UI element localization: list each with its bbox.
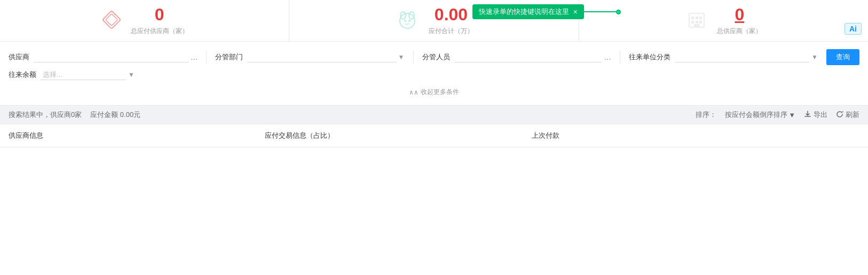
department-input[interactable]: [247, 52, 396, 62]
tooltip-text: 快速录单的快捷键说明在这里: [479, 7, 569, 17]
export-button[interactable]: 导出: [804, 110, 827, 120]
tooltip-wrapper: 快速录单的快捷键说明在这里 ×: [472, 4, 621, 19]
filter-bar: 供应商 ... 分管部门 ▼ 分管人员 ... 往来单位分类 ▼ 查询: [0, 42, 868, 106]
tooltip-close-btn[interactable]: ×: [573, 7, 578, 16]
stat-total-suppliers: 快速录单的快捷键说明在这里 × 0: [579, 0, 868, 41]
sort-select[interactable]: 按应付会额倒序排序 ▼: [725, 110, 795, 120]
sort-chevron: ▼: [788, 111, 795, 119]
svg-rect-12: [696, 21, 698, 23]
export-label: 导出: [814, 110, 827, 120]
amount-label: 应付金额 0.00元: [90, 110, 140, 120]
table-body: [0, 147, 868, 275]
svg-point-2: [400, 13, 415, 28]
svg-rect-10: [699, 17, 702, 19]
tooltip-connector: [584, 11, 616, 12]
balance-input[interactable]: [41, 69, 126, 80]
filter-row-1: 供应商 ... 分管部门 ▼ 分管人员 ... 往来单位分类 ▼ 查询: [9, 49, 859, 65]
svg-rect-8: [691, 17, 694, 19]
svg-rect-11: [691, 21, 694, 23]
refresh-label: 刷新: [846, 110, 859, 120]
results-actions: 排序： 按应付会额倒序排序 ▼ 导出 刷新: [696, 110, 859, 120]
person-label: 分管人员: [422, 52, 450, 62]
supplier-dots[interactable]: ...: [191, 52, 198, 62]
diamond-icon: [101, 9, 122, 32]
tooltip-popup: 快速录单的快捷键说明在这里 ×: [472, 4, 584, 19]
total-suppliers-number: 0: [735, 5, 744, 24]
divider-3: [620, 51, 620, 64]
person-dots[interactable]: ...: [604, 52, 611, 62]
collapse-bar: ∧∧ 收起更多条件: [9, 84, 859, 102]
stats-bar: 0 总应付供应商（家） 0.00 应付合计（万）: [0, 0, 868, 42]
department-chevron: ▼: [398, 53, 405, 61]
sort-option: 按应付会额倒序排序: [725, 110, 787, 120]
department-label: 分管部门: [215, 52, 243, 62]
total-suppliers-label: 总供应商（家）: [717, 27, 762, 36]
col-header-transaction: 应付交易信息（占比）: [265, 131, 532, 140]
filter-row-2: 往来余额 ▼: [9, 69, 859, 80]
svg-rect-0: [102, 11, 121, 29]
col-header-supplier: 供应商信息: [9, 131, 265, 140]
balance-label: 往来余额: [9, 70, 36, 80]
svg-rect-9: [696, 17, 698, 19]
collapse-label: 收起更多条件: [421, 88, 459, 97]
divider-1: [206, 51, 207, 64]
person-input[interactable]: [454, 52, 602, 62]
refresh-icon: [836, 111, 843, 120]
search-result-label: 搜索结果中，供应商0家: [9, 110, 82, 120]
ai-badge[interactable]: Ai: [845, 23, 862, 35]
collapse-up-icon: ∧∧: [409, 89, 419, 96]
svg-point-3: [400, 12, 406, 19]
col-header-payment: 上次付款: [532, 131, 859, 140]
building-icon: [685, 8, 708, 33]
unit-class-input[interactable]: [675, 52, 809, 62]
supplier-label: 供应商: [9, 52, 29, 62]
svg-point-5: [404, 20, 406, 22]
filter-balance: 往来余额 ▼: [9, 69, 158, 80]
results-info: 搜索结果中，供应商0家 应付金额 0.00元: [9, 110, 140, 120]
payable-total-number: 0.00: [435, 5, 468, 24]
cat-icon: [394, 7, 420, 34]
refresh-button[interactable]: 刷新: [836, 110, 859, 120]
stat-total-payable-suppliers: 0 总应付供应商（家）: [0, 0, 289, 41]
sort-prefix: 排序：: [696, 110, 716, 120]
payable-total-label: 应付合计（万）: [429, 27, 474, 36]
balance-chevron: ▼: [128, 71, 135, 78]
query-button[interactable]: 查询: [826, 49, 859, 65]
svg-point-6: [408, 20, 411, 22]
total-payable-number: 0: [155, 5, 164, 24]
results-bar: 搜索结果中，供应商0家 应付金额 0.00元 排序： 按应付会额倒序排序 ▼ 导…: [0, 106, 868, 124]
svg-rect-14: [694, 24, 699, 27]
svg-rect-13: [699, 21, 702, 23]
tooltip-dot: [616, 10, 621, 14]
unit-class-chevron: ▼: [811, 53, 818, 61]
collapse-button[interactable]: ∧∧ 收起更多条件: [409, 88, 459, 97]
export-icon: [804, 111, 811, 120]
table-header: 供应商信息 应付交易信息（占比） 上次付款: [0, 124, 868, 147]
filter-supplier: 供应商 ...: [9, 52, 198, 62]
filter-person: 分管人员 ...: [422, 52, 611, 62]
unit-class-label: 往来单位分类: [629, 52, 670, 62]
divider-2: [413, 51, 414, 64]
svg-point-4: [409, 12, 414, 19]
supplier-input[interactable]: [34, 52, 188, 62]
filter-department: 分管部门 ▼: [215, 52, 404, 62]
filter-unit-class: 往来单位分类 ▼: [629, 52, 818, 62]
total-payable-label: 总应付供应商（家）: [131, 27, 188, 36]
